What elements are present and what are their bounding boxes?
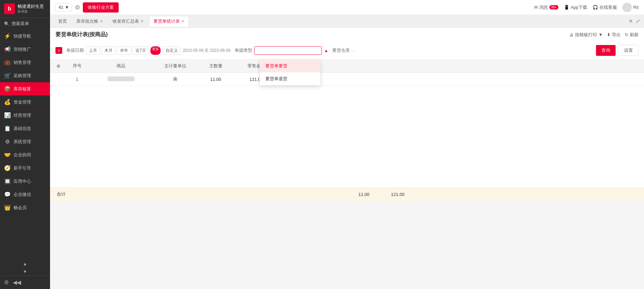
sidebar-item-sales[interactable]: 💼 销售管理	[0, 56, 50, 69]
filter-setting-btn[interactable]: 设置	[618, 45, 639, 56]
store-dropdown-icon: ▼	[65, 5, 69, 10]
tabs-bar: 首页 库存批次账 ✕ 收发存汇总表 ✕ 要货单统计表 ✕ ✕ ⤢	[50, 15, 644, 28]
footer-amount: 121.00	[381, 192, 415, 197]
td-qty: 11.00	[195, 73, 236, 86]
th-seq: 序号	[67, 60, 87, 73]
sidebar-item-inventory[interactable]: 📦 库存核算	[0, 82, 50, 95]
topbar: 41 ▼ ⚙ 体验行业方案 ✉ 消息 99+ 📱 App下载 🎧 在线客服 R	[50, 0, 644, 15]
settings-bottom-icon[interactable]: ⚙	[4, 279, 9, 286]
data-table-wrap: ⚙ 序号 商品 主计量单位 主数量 零售金额 1	[50, 60, 644, 86]
sidebar-item-enterprise[interactable]: 🤝 企业协同	[0, 148, 50, 161]
tab-home[interactable]: 首页	[54, 16, 71, 26]
type-filter-input[interactable]	[254, 46, 322, 55]
print-icon: 🖨	[569, 32, 574, 37]
topbar-left: 41 ▼ ⚙ 体验行业方案	[55, 2, 530, 13]
export-btn[interactable]: ⬇ 导出	[607, 32, 621, 38]
enterprise-icon: 🤝	[4, 152, 11, 158]
td-extra	[277, 73, 644, 86]
app-center-icon: 🔲	[4, 178, 11, 184]
search-menu[interactable]: 🔍 搜索菜单	[0, 18, 50, 29]
query-btn[interactable]: 查询	[596, 45, 616, 56]
search-icon: 🔍	[4, 21, 9, 26]
date-btn-recent7[interactable]: 近7天	[133, 46, 149, 55]
online-service-group[interactable]: 🎧 在线客服	[593, 4, 617, 10]
filter-actions: 查询 设置	[596, 45, 639, 56]
footer-qty: 11.00	[347, 192, 381, 197]
sidebar-item-wechat[interactable]: 💬 企业微信	[0, 188, 50, 201]
wechat-icon: 💬	[4, 191, 11, 198]
logo-icon: b	[4, 3, 15, 14]
date-more-badge: 更多	[150, 46, 161, 55]
print-btn[interactable]: 🖨 按模板打印 ▼	[569, 32, 603, 38]
sidebar-item-app-center[interactable]: 🔲 应用中心	[0, 175, 50, 188]
date-range-display: 2023-05-06 至 2023-06-06	[183, 48, 231, 53]
finance-icon: 💰	[4, 99, 11, 105]
sidebar-item-marketing[interactable]: 📢 营销推广	[0, 43, 50, 56]
filter-expand-btn[interactable]: »	[55, 47, 62, 54]
refresh-btn[interactable]: ↻ 刷新	[625, 32, 639, 38]
th-settings[interactable]: ⚙	[50, 60, 67, 73]
close-all-tabs-btn[interactable]: ✕	[628, 18, 633, 24]
avatar	[622, 3, 632, 12]
scroll-up-btn[interactable]: ▼	[0, 268, 50, 275]
sidebar-item-finance[interactable]: 💰 资金管理	[0, 95, 50, 109]
date-btn-this-month[interactable]: 本月	[101, 46, 116, 55]
tab-close-order-stats[interactable]: ✕	[181, 19, 185, 24]
date-buttons: 上月 本月 本年 近7天 更多	[86, 46, 161, 55]
date-btn-last-month[interactable]: 上月	[86, 46, 100, 55]
tab-close-receive-summary[interactable]: ✕	[140, 19, 144, 24]
collapse-sidebar-icon[interactable]: ◀◀	[13, 279, 21, 286]
column-settings-icon[interactable]: ⚙	[56, 64, 61, 69]
page-actions: 🖨 按模板打印 ▼ ⬇ 导出 ↻ 刷新	[569, 32, 639, 38]
headset-icon: 🎧	[593, 5, 598, 10]
page-header: 要货单统计表(按商品) 🖨 按模板打印 ▼ ⬇ 导出 ↻ 刷新	[50, 28, 644, 42]
sidebar-item-guide[interactable]: 🧭 新手引导	[0, 161, 50, 175]
sidebar-item-system[interactable]: ⚙ 系统管理	[0, 135, 50, 148]
tab-close-inventory-batch[interactable]: ✕	[100, 19, 103, 24]
custom-date-btn[interactable]: 自定义	[163, 46, 181, 55]
topbar-settings-icon[interactable]: ⚙	[75, 4, 80, 11]
base-icon: 📋	[4, 125, 11, 132]
sidebar-item-vip[interactable]: 👑 畅会员	[0, 201, 50, 214]
filter-bar: » 单据日期 上月 本月 本年 近7天 更多 自定义 2023-05-06 至 …	[50, 42, 644, 60]
message-group[interactable]: ✉ 消息 99+	[534, 4, 558, 10]
sidebar-item-base[interactable]: 📋 基础信息	[0, 122, 50, 135]
fullscreen-btn[interactable]: ⤢	[636, 18, 640, 24]
data-table: ⚙ 序号 商品 主计量单位 主数量 零售金额 1	[50, 60, 644, 86]
dropdown-item-order-return[interactable]: 要货单退货	[260, 72, 320, 85]
app-download-group[interactable]: 📱 App下载	[564, 4, 587, 10]
sidebar-item-quick-nav[interactable]: ⚡ 快捷导航	[0, 29, 50, 43]
table-header-row: ⚙ 序号 商品 主计量单位 主数量 零售金额	[50, 60, 644, 73]
quick-nav-icon: ⚡	[4, 33, 11, 39]
td-seq: 1	[67, 73, 87, 86]
refresh-icon: ↻	[625, 32, 628, 37]
user-avatar-group[interactable]: Rit	[622, 3, 639, 12]
sidebar-item-purchase[interactable]: 🛒 采购管理	[0, 69, 50, 82]
dropdown-item-order-goods[interactable]: 要货单要货	[260, 60, 320, 72]
inventory-icon: 📦	[4, 86, 11, 92]
type-filter-group: 单据类型 ▲	[235, 46, 328, 55]
logo-text: 畅捷通好生意 标准版	[18, 4, 44, 14]
date-btn-this-year[interactable]: 本年	[117, 46, 131, 55]
store-selector[interactable]: 41 ▼	[55, 3, 72, 12]
sidebar-nav: ⚡ 快捷导航 📢 营销推广 💼 销售管理 🛒 采购管理 📦 库存核算 💰 资金管…	[0, 29, 50, 260]
message-icon: ✉	[534, 5, 538, 10]
th-qty: 主数量	[195, 60, 236, 73]
page-content: 要货单统计表(按商品) 🖨 按模板打印 ▼ ⬇ 导出 ↻ 刷新 »	[50, 28, 644, 289]
tab-receive-summary[interactable]: 收发存汇总表 ✕	[109, 16, 148, 26]
main-area: 41 ▼ ⚙ 体验行业方案 ✉ 消息 99+ 📱 App下载 🎧 在线客服 R	[50, 0, 644, 289]
table-row: 1 块 11.00 121.00	[50, 73, 644, 86]
type-filter-arrow[interactable]: ▲	[324, 48, 328, 53]
warehouse-more-btn[interactable]: ···	[351, 48, 355, 53]
td-unit: 块	[155, 73, 195, 86]
th-extra	[277, 60, 644, 73]
td-product	[87, 73, 155, 86]
date-filter-group: 单据日期 上月 本月 本年 近7天 更多 自定义 2023-05-06 至 20…	[66, 46, 231, 55]
operations-icon: 📊	[4, 112, 11, 118]
tab-order-stats[interactable]: 要货单统计表 ✕	[149, 16, 189, 27]
trial-btn[interactable]: 体验行业方案	[83, 2, 119, 13]
scroll-down-btn[interactable]: ▲	[0, 260, 50, 268]
tab-inventory-batch[interactable]: 库存批次账 ✕	[72, 16, 107, 26]
sidebar-item-operations[interactable]: 📊 经营管理	[0, 109, 50, 122]
sidebar-bottom: ⚙ ◀◀	[0, 275, 50, 289]
